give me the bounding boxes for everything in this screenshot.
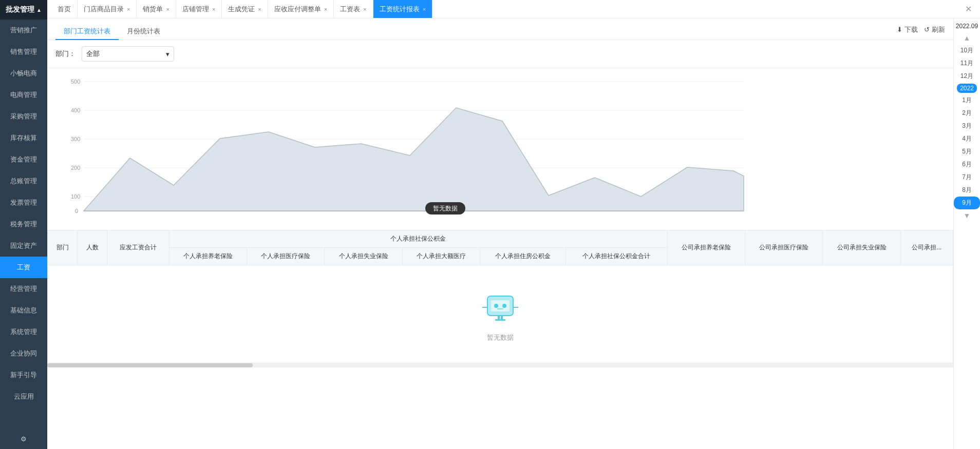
tab-payroll[interactable]: 工资表 × [334, 0, 373, 18]
svg-text:400: 400 [71, 107, 80, 113]
svg-point-17 [494, 304, 498, 308]
tab-store[interactable]: 店铺管理 × [176, 0, 222, 18]
timeline-panel: 2022.09 ▲ 10月 11月 12月 2022 1月 2月 3月 [953, 18, 980, 449]
tab-payroll-close[interactable]: × [363, 6, 366, 12]
empty-state: 暂无数据 [48, 265, 953, 363]
tab-bar-right: ✕ [961, 4, 976, 14]
sidebar-item-fpgl[interactable]: 发票管理 [0, 192, 47, 213]
page-content: 部门工资统计表 月份统计表 ⬇ 下载 ↺ 刷新 [47, 18, 953, 449]
sidebar-item-swgl[interactable]: 税务管理 [0, 213, 47, 235]
col-ind-medical: 个人承担医疗保险 [247, 248, 325, 265]
timeline-header: 2022.09 [955, 21, 979, 32]
sidebar-item-jcxx[interactable]: 基础信息 [0, 300, 47, 321]
filter-bar: 部门： 全部 ▾ [47, 40, 953, 68]
sidebar-item-xtgl[interactable]: 系统管理 [0, 321, 47, 343]
svg-rect-16 [491, 300, 510, 311]
timeline-item-9[interactable]: 9月 [954, 197, 980, 209]
svg-marker-12 [84, 108, 744, 211]
sidebar-item-zjgl[interactable]: 资金管理 [0, 149, 47, 170]
tab-bar: 首页 门店商品目录 × 销货单 × 店铺管理 × 生成凭证 × 应收应付调整单 … [47, 0, 980, 18]
col-group-ind: 个人承担社保公积金 [169, 230, 667, 248]
col-ind-pension: 个人承担养老保险 [169, 248, 247, 265]
svg-text:暂无数据: 暂无数据 [433, 205, 458, 212]
tab-home[interactable]: 首页 [51, 0, 78, 18]
tab-store-close[interactable]: × [212, 6, 215, 12]
svg-rect-22 [495, 319, 500, 321]
sidebar-settings[interactable]: ⚙ [0, 429, 47, 449]
sidebar-item-xsgl[interactable]: 销售管理 [0, 41, 47, 63]
sidebar-item-xdds[interactable]: 小畅电商 [0, 63, 47, 84]
timeline-item-4[interactable]: 4月 [954, 132, 980, 145]
timeline-item-3[interactable]: 3月 [954, 120, 980, 132]
sidebar-item-dsgl[interactable]: 电商管理 [0, 84, 47, 106]
timeline-year-2022[interactable]: 2022 [957, 84, 977, 93]
tab-voucher-close[interactable]: × [258, 6, 261, 12]
tab-product-close[interactable]: × [127, 6, 130, 12]
timeline-item-2[interactable]: 2月 [954, 107, 980, 120]
timeline-item-8[interactable]: 8月 [954, 184, 980, 197]
sub-tab-actions: ⬇ 下载 ↺ 刷新 [897, 25, 945, 38]
tab-payroll-report-close[interactable]: × [423, 6, 426, 12]
sidebar-header[interactable]: 批发管理 ▲ [0, 0, 47, 19]
tab-payroll-report[interactable]: 工资统计报表 × [373, 0, 432, 18]
svg-point-18 [502, 304, 506, 308]
tab-payment[interactable]: 应收应付调整单 × [268, 0, 334, 18]
timeline-item-6[interactable]: 6月 [954, 158, 980, 171]
filter-dept-label: 部门： [55, 49, 76, 58]
salary-table: 部门 人数 应发工资合计 个人承担社保公积金 公司承担养老保险 公司承担医疗保险… [47, 230, 953, 363]
svg-text:100: 100 [71, 193, 80, 200]
timeline-item-5[interactable]: 5月 [954, 145, 980, 158]
timeline-item-1[interactable]: 1月 [954, 94, 980, 107]
tab-sales[interactable]: 销货单 × [137, 0, 176, 18]
svg-rect-20 [498, 316, 500, 320]
salary-chart: 500 400 300 200 100 0 [55, 76, 749, 220]
tab-product[interactable]: 门店商品目录 × [78, 0, 137, 18]
refresh-button[interactable]: ↺ 刷新 [924, 25, 945, 34]
timeline-down-button[interactable]: ▼ [961, 209, 973, 222]
sidebar-item-qyxt[interactable]: 企业协同 [0, 343, 47, 364]
timeline-item-11[interactable]: 11月 [954, 57, 980, 70]
col-ind-bigmed: 个人承担大额医疗 [402, 248, 480, 265]
sidebar-item-kchsj[interactable]: 库存核算 [0, 127, 47, 149]
sidebar-item-jygl[interactable]: 经营管理 [0, 278, 47, 300]
dept-select[interactable]: 全部 ▾ [82, 46, 174, 62]
col-com-pension: 公司承担养老保险 [667, 230, 745, 265]
horizontal-scrollbar[interactable] [47, 363, 953, 367]
empty-text: 暂无数据 [487, 333, 514, 342]
col-com-medical: 公司承担医疗保险 [745, 230, 823, 265]
tab-sales-close[interactable]: × [166, 6, 169, 12]
sidebar-item-xsyd[interactable]: 新手引导 [0, 364, 47, 386]
sidebar-arrow-icon: ▲ [36, 7, 42, 13]
timeline-item-7[interactable]: 7月 [954, 171, 980, 184]
sidebar-title: 批发管理 [6, 5, 34, 14]
sidebar-item-zzgl[interactable]: 总账管理 [0, 170, 47, 192]
svg-text:0: 0 [75, 208, 78, 214]
svg-rect-21 [501, 316, 503, 320]
main-area: 首页 门店商品目录 × 销货单 × 店铺管理 × 生成凭证 × 应收应付调整单 … [47, 0, 980, 449]
svg-text:300: 300 [71, 136, 80, 142]
sidebar-item-cggl[interactable]: 采购管理 [0, 106, 47, 127]
sidebar-item-gz[interactable]: 工资 [0, 257, 47, 278]
timeline-item-12[interactable]: 12月 [954, 70, 980, 83]
scroll-thumb[interactable] [47, 363, 253, 367]
sidebar-item-yxtp[interactable]: 营销推广 [0, 19, 47, 41]
sub-tab-dept[interactable]: 部门工资统计表 [55, 24, 119, 40]
col-count: 人数 [78, 230, 107, 265]
empty-icon [480, 286, 521, 327]
sub-tab-bar: 部门工资统计表 月份统计表 ⬇ 下载 ↺ 刷新 [47, 18, 953, 40]
sidebar-item-gdzy[interactable]: 固定资产 [0, 235, 47, 257]
col-salary: 应发工资合计 [107, 230, 169, 265]
tab-voucher[interactable]: 生成凭证 × [222, 0, 268, 18]
col-dept: 部门 [48, 230, 78, 265]
sub-tab-month[interactable]: 月份统计表 [119, 24, 168, 40]
tab-payment-close[interactable]: × [324, 6, 327, 12]
tab-bar-close-all[interactable]: ✕ [961, 4, 976, 14]
chart-area: 500 400 300 200 100 0 [47, 68, 953, 230]
sidebar-item-yyy[interactable]: 云应用 [0, 386, 47, 407]
refresh-icon: ↺ [924, 26, 930, 33]
table-area: 部门 人数 应发工资合计 个人承担社保公积金 公司承担养老保险 公司承担医疗保险… [47, 230, 953, 449]
timeline-up-button[interactable]: ▲ [961, 32, 973, 44]
download-icon: ⬇ [897, 26, 902, 33]
download-button[interactable]: ⬇ 下载 [897, 25, 918, 34]
timeline-item-10[interactable]: 10月 [954, 44, 980, 57]
